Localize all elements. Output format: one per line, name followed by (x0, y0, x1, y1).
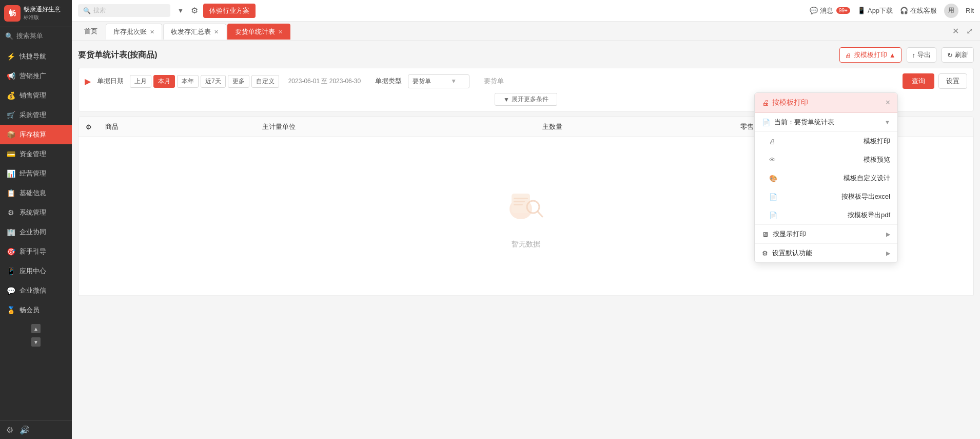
col-header-settings[interactable]: ⚙ (79, 117, 99, 137)
print-template-btn[interactable]: 🖨 按模板打印 ▲ (839, 47, 901, 63)
sidebar-item-member[interactable]: 🏅 畅会员 (0, 300, 72, 320)
sidebar-icon-system: ⚙ (6, 208, 15, 217)
item-label-template-pdf: 按模板导出pdf (848, 211, 890, 220)
dropdown-item-template-print[interactable]: 🖨 模板打印 (755, 132, 897, 150)
page-header: 要货单统计表(按商品) 🖨 按模板打印 ▲ ↑ 导出 ↻ 刷新 (78, 47, 974, 63)
sidebar-item-marketing[interactable]: 📢 营销推广 (0, 66, 72, 86)
sidebar-label-basic: 基础信息 (19, 188, 46, 198)
date-filter-label: 单据日期 (97, 77, 124, 86)
type-select[interactable]: 要货单 ▼ (408, 74, 469, 88)
export-icon: ↑ (912, 51, 916, 59)
sidebar-icon-quick-nav: ⚡ (6, 52, 15, 61)
header-settings-btn[interactable]: ⚙ (191, 6, 198, 15)
app-icon: 📱 (857, 7, 866, 14)
sidebar-settings-icon[interactable]: ⚙ (6, 425, 13, 435)
item-icon-template-pdf: 📄 (769, 212, 777, 219)
tab-order-stats[interactable]: 要货单统计表 ✕ (227, 24, 290, 40)
search-bar-icon: 🔍 (83, 7, 91, 14)
sidebar-icon-marketing: 📢 (6, 72, 15, 80)
expand-chevron-down: ▼ (503, 96, 509, 103)
sidebar-scroll-down[interactable]: ▼ (31, 337, 41, 347)
sidebar-icon-finance: 💳 (6, 150, 15, 158)
sidebar-item-sales[interactable]: 💰 销售管理 (0, 86, 72, 105)
sidebar-label-quick-nav: 快捷导航 (19, 52, 46, 61)
sidebar-item-guide[interactable]: 🎯 新手引导 (0, 242, 72, 261)
dropdown-set-default-section: ⚙ 设置默认功能 ▶ (755, 244, 897, 262)
print-dropdown: 🖨 按模板打印 × 📄 当前：要货单统计表 ▼ 🖨 (754, 92, 898, 263)
set-default-icon: ⚙ (762, 250, 768, 257)
dropdown-current-section: 📄 当前：要货单统计表 ▼ (755, 113, 897, 132)
sidebar-item-appstore[interactable]: 📱 应用中心 (0, 261, 72, 281)
display-print-item[interactable]: 🖥 按显示打印 ▶ (755, 225, 897, 243)
logo-icon: 畅 (4, 5, 21, 22)
sidebar-item-finance[interactable]: 💳 资金管理 (0, 144, 72, 164)
display-print-chevron: ▶ (886, 231, 890, 238)
tab-close-inventory-batch[interactable]: ✕ (150, 29, 154, 35)
sidebar-label-appstore: 应用中心 (19, 266, 46, 276)
search-icon: 🔍 (5, 32, 13, 40)
filter-row: ▶ 单据日期 上月本月本年近7天更多自定义 2023-06-01 至 2023-… (85, 73, 967, 89)
tab-inventory-batch[interactable]: 库存批次账 ✕ (106, 24, 162, 40)
date-btn-5[interactable]: 自定义 (251, 75, 279, 88)
set-default-chevron: ▶ (886, 250, 890, 257)
export-btn[interactable]: ↑ 导出 (907, 47, 937, 63)
col-header-quantity: 主数量 (536, 117, 734, 137)
main-area: 🔍 搜索 ▼ ⚙ 体验行业方案 💬 消息 99+ 📱 App下载 🎧 在线客服 (72, 0, 980, 439)
sidebar-item-inventory[interactable]: 📦 库存核算 (0, 125, 72, 144)
dropdown-close-btn[interactable]: × (886, 98, 890, 107)
sidebar-icon-inventory: 📦 (6, 130, 15, 139)
date-btn-2[interactable]: 本年 (177, 75, 199, 88)
sidebar-item-wechat[interactable]: 💬 企业微信 (0, 281, 72, 300)
header-nav-arrow[interactable]: ▼ (175, 5, 186, 16)
filter-expand-arrow[interactable]: ▶ (85, 77, 91, 86)
window-maximize-btn[interactable]: ⤢ (964, 24, 975, 38)
header-message[interactable]: 💬 消息 99+ (810, 6, 850, 15)
sidebar-label-wechat: 企业微信 (19, 286, 46, 295)
sidebar-item-operations[interactable]: 📊 经营管理 (0, 164, 72, 183)
current-template-icon: 📄 (762, 119, 770, 126)
dropdown-item-template-excel[interactable]: 📄 按模板导出excel (755, 187, 897, 206)
dropdown-item-template-preview[interactable]: 👁 模板预览 (755, 150, 897, 169)
sidebar-audio-icon[interactable]: 🔊 (19, 425, 30, 435)
sidebar-scroll-up[interactable]: ▲ (31, 324, 41, 333)
current-template-item[interactable]: 📄 当前：要货单统计表 ▼ (755, 113, 897, 131)
tab-close-receivables[interactable]: ✕ (214, 29, 219, 35)
header-app-download[interactable]: 📱 App下载 (857, 6, 893, 15)
content-area: 要货单统计表(按商品) 🖨 按模板打印 ▲ ↑ 导出 ↻ 刷新 (72, 41, 980, 439)
date-btn-4[interactable]: 更多 (228, 75, 249, 88)
date-btn-3[interactable]: 近7天 (201, 75, 226, 88)
dropdown-item-template-custom[interactable]: 🎨 模板自定义设计 (755, 169, 897, 187)
window-close-btn[interactable]: ✕ (950, 24, 961, 38)
set-default-item[interactable]: ⚙ 设置默认功能 ▶ (755, 244, 897, 262)
tab-home[interactable]: 首页 (77, 24, 105, 39)
expand-conditions-btn[interactable]: ▼ 展开更多条件 (495, 93, 557, 106)
sidebar-item-quick-nav[interactable]: ⚡ 快捷导航 (0, 47, 72, 66)
tab-bar: 首页 库存批次账 ✕ 收发存汇总表 ✕ 要货单统计表 ✕ ✕ ⤢ (72, 22, 980, 41)
empty-text: 暂无数据 (512, 240, 540, 249)
svg-rect-4 (514, 204, 523, 205)
filter-settings-btn[interactable]: 设置 (938, 73, 967, 89)
sidebar-item-system[interactable]: ⚙ 系统管理 (0, 203, 72, 222)
item-icon-template-custom: 🎨 (769, 175, 777, 182)
sidebar-label-marketing: 营销推广 (19, 71, 46, 81)
item-label-template-custom: 模板自定义设计 (844, 174, 890, 183)
dropdown-item-template-pdf[interactable]: 📄 按模板导出pdf (755, 206, 897, 224)
date-btn-1[interactable]: 本月 (153, 75, 175, 88)
sidebar-search[interactable]: 🔍 搜索菜单 (0, 27, 72, 45)
user-avatar[interactable]: 用 (944, 4, 958, 18)
header-search-bar[interactable]: 🔍 搜索 (78, 4, 170, 17)
trial-btn[interactable]: 体验行业方案 (203, 4, 256, 18)
sidebar-icon-wechat: 💬 (6, 287, 15, 295)
refresh-btn[interactable]: ↻ 刷新 (942, 47, 974, 63)
tab-close-order-stats[interactable]: ✕ (278, 29, 283, 35)
sidebar-item-purchase[interactable]: 🛒 采购管理 (0, 105, 72, 125)
sidebar-label-operations: 经营管理 (19, 169, 46, 178)
sidebar-item-enterprise[interactable]: 🏢 企业协同 (0, 222, 72, 242)
date-btn-0[interactable]: 上月 (130, 75, 151, 88)
sidebar-items: ⚡ 快捷导航 📢 营销推广 💰 销售管理 🛒 采购管理 📦 库存核算 💳 资金管… (0, 45, 72, 322)
search-btn[interactable]: 查询 (903, 73, 934, 89)
header-customer-service[interactable]: 🎧 在线客服 (900, 6, 937, 15)
col-header-goods: 商品 (99, 117, 256, 137)
tab-receivables[interactable]: 收发存汇总表 ✕ (163, 24, 226, 40)
sidebar-item-basic[interactable]: 📋 基础信息 (0, 183, 72, 203)
